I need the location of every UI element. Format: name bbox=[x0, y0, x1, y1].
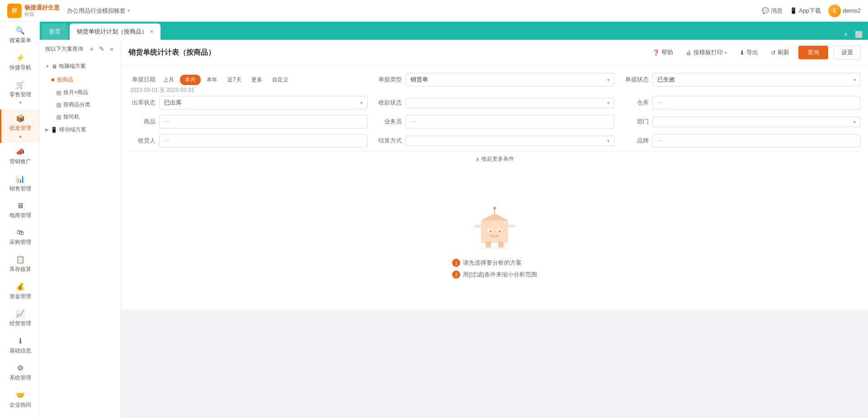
sidebar-item-enterprise[interactable]: 🤝 企业协同 bbox=[0, 386, 39, 413]
sidebar-item-purchase[interactable]: 🛍 采购管理 bbox=[0, 224, 39, 251]
sidebar-item-retail[interactable]: 🛒 零售管理 ▼ bbox=[0, 76, 39, 109]
svg-point-6 bbox=[493, 207, 496, 209]
date-current-month[interactable]: 本月 bbox=[180, 75, 201, 85]
filter-section: 单据日期 上月 本月 本年 近7天 更多 自定义 bbox=[121, 66, 868, 174]
download-icon: 📱 bbox=[790, 7, 797, 14]
panel-header: 按以下方案查询 + ✎ « bbox=[40, 40, 121, 58]
grid-icon-3: ▦ bbox=[56, 114, 61, 120]
tree-item-by-goods[interactable]: ● 按商品 bbox=[40, 73, 121, 86]
svg-point-4 bbox=[499, 230, 501, 233]
sidebar-item-marketing[interactable]: 📣 营销推广 bbox=[0, 143, 39, 170]
svg-rect-0 bbox=[481, 220, 508, 243]
warehouse-input[interactable]: ··· bbox=[652, 96, 861, 109]
wholesale-icon: 📦 bbox=[16, 114, 25, 123]
app-download-button[interactable]: 📱 App下载 bbox=[790, 7, 821, 15]
date-custom[interactable]: 自定义 bbox=[268, 75, 292, 85]
dept-select[interactable]: ▾ bbox=[652, 117, 861, 127]
sidebar-item-inventory[interactable]: 📋 库存核算 bbox=[0, 251, 39, 278]
date-current-year[interactable]: 本年 bbox=[203, 75, 222, 85]
collapse-bar[interactable]: ∧ 收起更多条件 bbox=[128, 151, 861, 166]
payment-filter: 结算方式 ▾ bbox=[375, 136, 614, 146]
payment-select[interactable]: ▾ bbox=[406, 136, 614, 146]
doc-type-filter: 单据类型 销货单 ▾ bbox=[375, 73, 614, 86]
add-scheme-button[interactable]: + bbox=[88, 44, 95, 53]
goods-input[interactable]: ··· bbox=[159, 115, 368, 128]
refresh-icon: ↺ bbox=[771, 49, 776, 56]
nav-right: 💬 消息 📱 App下载 E demo2 bbox=[762, 5, 861, 17]
sidebar-item-wholesale[interactable]: 📦 批发管理 ▲ bbox=[0, 109, 39, 143]
print-button[interactable]: 🖨 按模板打印 ▾ bbox=[682, 47, 731, 58]
recv-status-arrow-icon: ▾ bbox=[607, 100, 609, 105]
message-button[interactable]: 💬 消息 bbox=[762, 7, 783, 15]
active-dot-icon: ● bbox=[51, 76, 55, 84]
tab-active[interactable]: 销货单统计计划（按商品） × bbox=[70, 24, 160, 40]
payment-arrow-icon: ▾ bbox=[607, 138, 609, 143]
date-more[interactable]: 更多 bbox=[247, 75, 266, 85]
mobile-section[interactable]: ▶ 📱 移动端方案 bbox=[40, 123, 121, 136]
sidebar: 🔍 搜索菜单 ⚡ 快捷导航 🛒 零售管理 ▼ 📦 批发管理 ▲ 📣 营销推广 📊… bbox=[0, 22, 40, 418]
main-layout: 🔍 搜索菜单 ⚡ 快捷导航 🛒 零售管理 ▼ 📦 批发管理 ▲ 📣 营销推广 📊… bbox=[0, 22, 868, 418]
page-body: 按以下方案查询 + ✎ « ▼ 🖥 电脑端方案 ● 按商 bbox=[40, 40, 868, 418]
system-icon: ⚙ bbox=[17, 364, 24, 372]
sidebar-item-system[interactable]: ⚙ 系统管理 bbox=[0, 359, 39, 386]
tree-item-by-driver[interactable]: ▦ 按司机 bbox=[40, 111, 121, 123]
out-status-select[interactable]: 已出库 ▾ bbox=[159, 96, 368, 109]
collapse-panel-button[interactable]: « bbox=[108, 44, 115, 53]
export-button[interactable]: ⬇ 导出 bbox=[736, 47, 762, 58]
sidebar-item-finance[interactable]: 💰 资金管理 bbox=[0, 278, 39, 305]
page-title: 销货单统计计表（按商品） bbox=[128, 48, 215, 57]
sidebar-item-sales[interactable]: 📊 销售管理 bbox=[0, 170, 39, 197]
filter-row-2: 出库状态 已出库 ▾ 收款状态 ▾ bbox=[128, 96, 861, 109]
refresh-button[interactable]: ↺ 刷新 bbox=[767, 47, 793, 58]
user-profile[interactable]: E demo2 bbox=[828, 5, 861, 17]
tree-section: ▼ 🖥 电脑端方案 ● 按商品 ▦ 按月+商品 ▦ 按商品分类 bbox=[40, 58, 121, 138]
enterprise-icon: 🤝 bbox=[16, 391, 25, 399]
sidebar-item-basic[interactable]: ℹ 基础信息 bbox=[0, 332, 39, 359]
empty-tips: 1 请先选择要分析的方案 2 用[过滤]条件来缩小分析范围 bbox=[452, 259, 537, 282]
date-prev-month[interactable]: 上月 bbox=[159, 75, 178, 85]
brand-filter: 品牌 ··· bbox=[622, 134, 861, 147]
tip-1: 1 请先选择要分析的方案 bbox=[452, 259, 537, 267]
chevron-wholesale-icon: ▲ bbox=[19, 134, 23, 138]
tab-maximize-button[interactable]: ⬜ bbox=[853, 29, 864, 40]
sidebar-item-operations[interactable]: 📈 经营管理 bbox=[0, 305, 39, 332]
help-icon: ❓ bbox=[652, 49, 660, 56]
help-button[interactable]: ❓ 帮助 bbox=[649, 47, 677, 58]
doc-type-select[interactable]: 销货单 ▾ bbox=[406, 73, 614, 86]
filter-container: 单据日期 上月 本月 本年 近7天 更多 自定义 bbox=[121, 66, 868, 309]
query-button[interactable]: 查询 bbox=[798, 46, 828, 59]
panel-header-actions: + ✎ « bbox=[88, 44, 115, 53]
purchase-icon: 🛍 bbox=[17, 228, 24, 237]
workspace-selector[interactable]: 办公用品行业模拟账套 ▾ bbox=[63, 5, 133, 17]
finance-icon: 💰 bbox=[16, 282, 25, 291]
date-controls: 上月 本月 本年 近7天 更多 自定义 bbox=[159, 75, 368, 85]
tip-num-2: 2 bbox=[452, 271, 460, 279]
tree-desktop-section[interactable]: ▼ 🖥 电脑端方案 bbox=[40, 60, 121, 73]
tab-close-button[interactable]: × bbox=[150, 28, 153, 35]
retail-icon: 🛒 bbox=[16, 81, 25, 89]
doc-status-select[interactable]: 已生效 ▾ bbox=[652, 73, 861, 86]
recv-status-select[interactable]: ▾ bbox=[406, 98, 614, 108]
right-content: 销货单统计计表（按商品） ❓ 帮助 🖨 按模板打印 ▾ ⬇ bbox=[121, 40, 868, 418]
brand-input[interactable]: ··· bbox=[652, 134, 861, 147]
sidebar-item-search[interactable]: 🔍 搜索菜单 bbox=[0, 22, 39, 49]
sidebar-item-shortcut[interactable]: ⚡ 快捷导航 bbox=[0, 49, 39, 76]
sidebar-item-guide[interactable]: 🎯 新手引导 bbox=[0, 413, 39, 418]
recipient-input[interactable]: ··· bbox=[159, 134, 368, 147]
export-icon: ⬇ bbox=[740, 49, 745, 56]
tab-home[interactable]: 首页 bbox=[42, 24, 68, 40]
tree-item-by-category[interactable]: ▦ 按商品分类 bbox=[40, 99, 121, 111]
tree-item-by-month-goods[interactable]: ▦ 按月+商品 bbox=[40, 86, 121, 99]
chevron-retail-icon: ▼ bbox=[19, 100, 23, 105]
edit-scheme-button[interactable]: ✎ bbox=[97, 44, 106, 53]
sidebar-item-ecommerce[interactable]: 🖥 电商管理 bbox=[0, 197, 39, 224]
tab-minimize-button[interactable]: × bbox=[842, 29, 849, 40]
filter-row-3: 商品 ··· 业务员 ··· bbox=[128, 115, 861, 128]
tree-arrow-icon: ▼ bbox=[45, 64, 50, 69]
date-7days[interactable]: 近7天 bbox=[223, 75, 245, 85]
svg-point-11 bbox=[479, 247, 510, 250]
lightning-icon: ⚡ bbox=[16, 53, 25, 62]
settings-button[interactable]: 设置 bbox=[834, 45, 861, 60]
staff-input[interactable]: ··· bbox=[406, 115, 614, 128]
grid-icon-1: ▦ bbox=[56, 89, 61, 96]
